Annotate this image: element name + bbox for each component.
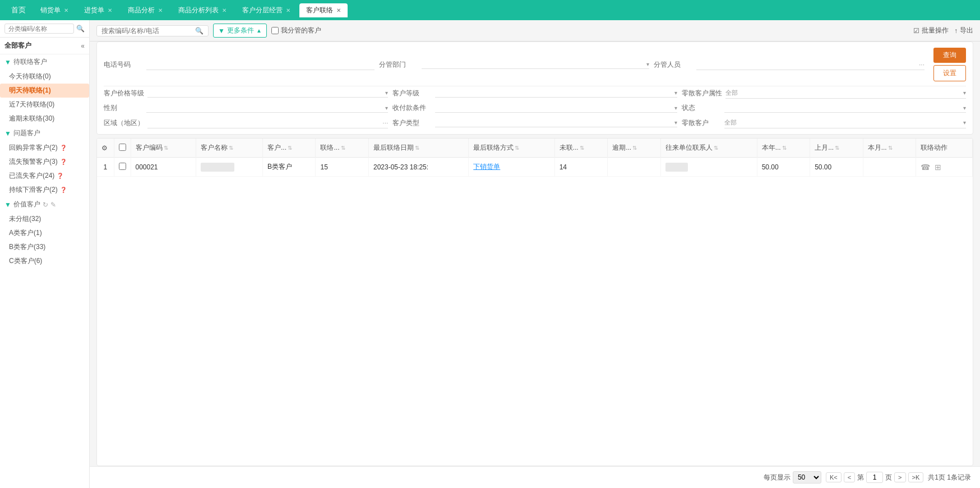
content-area: 🔍 ▼ 更多条件 ▲ 我分管的客户 ☑ 批量操作 ↑ 导出 [90,20,980,488]
th-unit-contact[interactable]: 往来单位联系人⇅ [660,139,757,158]
th-overdue[interactable]: 逾期...⇅ [608,139,661,158]
nav-tab-customer-contact[interactable]: 客户联络 ✕ [299,3,348,17]
sidebar-item-b-class[interactable]: B类客户(33) [0,240,89,254]
filter-gender-select[interactable]: ▾ [146,104,388,113]
page-size-select[interactable]: 50 100 200 [793,471,821,484]
main-search-input[interactable] [101,27,193,35]
grid-icon[interactable]: ⊞ [935,163,941,172]
th-type[interactable]: 客户...⇅ [262,139,316,158]
phone-icon[interactable]: ☎ [921,163,930,172]
filter-retail-attr-select[interactable]: 全部 ▾ [725,88,966,99]
td-last-month: 50.00 [810,158,863,177]
collapse-icon[interactable]: « [81,42,85,50]
filter-retail-customer-select[interactable]: 全部 ▾ [724,117,966,128]
th-this-year[interactable]: 本年...⇅ [757,139,810,158]
next-page-btn[interactable]: > [894,472,905,482]
close-icon[interactable]: ✕ [108,7,112,13]
close-icon[interactable]: ✕ [336,7,341,13]
sidebar-item-week[interactable]: 近7天待联络(0) [0,98,89,112]
refresh-icon[interactable]: ↻ [43,201,48,209]
filter-phone-input[interactable] [146,59,375,70]
batch-operation-btn[interactable]: ☑ 批量操作 [913,26,949,35]
filter-more-btn[interactable]: ▼ 更多条件 ▲ [213,24,267,38]
masked-name: Ea [201,163,234,172]
filter-region-ellipsis[interactable]: ··· [147,118,388,128]
query-button[interactable]: 查询 [933,48,966,63]
chevron-down-icon: ▾ [646,61,649,67]
sidebar-item-overdue[interactable]: 逾期未联络(30) [0,112,89,126]
th-contact[interactable]: 联络...⇅ [316,139,369,158]
th-last-contact-date[interactable]: 最后联络日期⇅ [369,139,469,158]
th-last-contact-way[interactable]: 最后联络方式⇅ [469,139,554,158]
help-icon[interactable]: ❓ [60,145,67,151]
td-checkbox[interactable] [114,158,131,177]
last-page-btn[interactable]: >K [908,472,924,482]
filter-dept-select[interactable]: ▾ [422,60,650,69]
sidebar-all-customers[interactable]: 全部客户 « [0,38,89,54]
sidebar-item-tomorrow[interactable]: 明天待联络(1) [0,84,89,98]
gear-icon[interactable]: ⚙ [101,144,108,152]
filter-person-ellipsis[interactable]: ··· [696,59,924,70]
sidebar-item-c-class[interactable]: C类客户(6) [0,254,89,268]
my-customers-checkbox-label[interactable]: 我分管的客户 [271,26,321,35]
close-icon[interactable]: ✕ [286,7,290,13]
sidebar-item-ungrouped[interactable]: 未分组(32) [0,212,89,226]
toolbar-right: ☑ 批量操作 ↑ 导出 [913,26,973,35]
filter-gender-label: 性别 [104,103,143,113]
filter-status-select[interactable]: ▾ [724,104,966,113]
nav-home[interactable]: 首页 [6,3,31,17]
sidebar-item-lostwarning[interactable]: 流失预警客户(3) ❓ [0,155,89,169]
export-btn[interactable]: ↑ 导出 [954,26,973,35]
sidebar-search-input[interactable] [4,24,74,34]
filter-row-1: 电话号码 分管部门 ▾ 分管人员 ··· 查询 设置 [104,48,966,81]
edit-icon[interactable]: ✎ [50,201,56,209]
page-number-input[interactable] [866,472,883,483]
filter-customer-grade-select[interactable]: ▾ [435,89,677,98]
my-customers-checkbox[interactable] [271,27,279,34]
th-this-month[interactable]: 本月...⇅ [863,139,916,158]
td-last-contact-way[interactable]: 下销货单 [469,158,554,177]
nav-tab-customer-tier[interactable]: 客户分层经营 ✕ [235,3,297,17]
sidebar-search-icon[interactable]: 🔍 [76,25,85,33]
nav-tab-sales[interactable]: 销货单 ✕ [34,3,75,17]
close-icon[interactable]: ✕ [222,7,226,13]
filter-value-grade: 客户价格等级 ▾ [104,89,388,98]
sidebar-item-declining[interactable]: 持续下滑客户(2) ❓ [0,183,89,197]
help-icon[interactable]: ❓ [60,187,67,193]
sort-icon: ⇅ [782,145,787,151]
nav-tab-analysis-list[interactable]: 商品分析列表 ✕ [172,3,233,17]
sidebar-item-abnormal[interactable]: 回购异常客户(2) ❓ [0,141,89,155]
sidebar-group-pending[interactable]: ▼ 待联络客户 [0,54,89,70]
last-contact-way-link[interactable]: 下销货单 [473,163,500,171]
filter-retail-customer-label: 零散客户 [682,118,721,128]
search-icon[interactable]: 🔍 [195,27,204,35]
sidebar-group-value[interactable]: ▼ 价值客户 ↻ ✎ [0,197,89,212]
th-gear[interactable]: ⚙ [97,139,114,158]
row-checkbox[interactable] [119,163,126,170]
filter-value-grade-label: 客户价格等级 [104,89,144,98]
th-last-month[interactable]: 上月...⇅ [810,139,863,158]
filter-value-grade-select[interactable]: ▾ [147,89,388,98]
th-code[interactable]: 客户编码⇅ [131,139,196,158]
close-icon[interactable]: ✕ [64,7,68,13]
td-overdue [608,158,661,177]
select-all-checkbox[interactable] [119,144,126,151]
th-checkbox[interactable] [114,139,131,158]
sidebar-item-a-class[interactable]: A类客户(1) [0,226,89,240]
filter-row-3: 性别 ▾ 收付款条件 ▾ 状态 [104,103,966,113]
first-page-btn[interactable]: K< [826,472,842,482]
help-icon[interactable]: ❓ [57,173,63,179]
close-icon[interactable]: ✕ [158,7,163,13]
help-icon[interactable]: ❓ [60,159,67,165]
sidebar-item-today[interactable]: 今天待联络(0) [0,70,89,84]
filter-customer-type-select[interactable]: ▾ [435,118,677,127]
set-button[interactable]: 设置 [933,65,966,81]
nav-tab-analysis[interactable]: 商品分析 ✕ [121,3,169,17]
sidebar-group-problem[interactable]: ▼ 问题客户 [0,126,89,141]
sidebar-item-lost[interactable]: 已流失客户(24) ❓ [0,169,89,183]
nav-tab-purchase[interactable]: 进货单 ✕ [77,3,119,17]
th-name[interactable]: 客户名称⇅ [196,139,262,158]
prev-page-btn[interactable]: < [844,472,855,482]
filter-payment-select[interactable]: ▾ [435,104,677,113]
th-not-contact[interactable]: 未联...⇅ [554,139,608,158]
